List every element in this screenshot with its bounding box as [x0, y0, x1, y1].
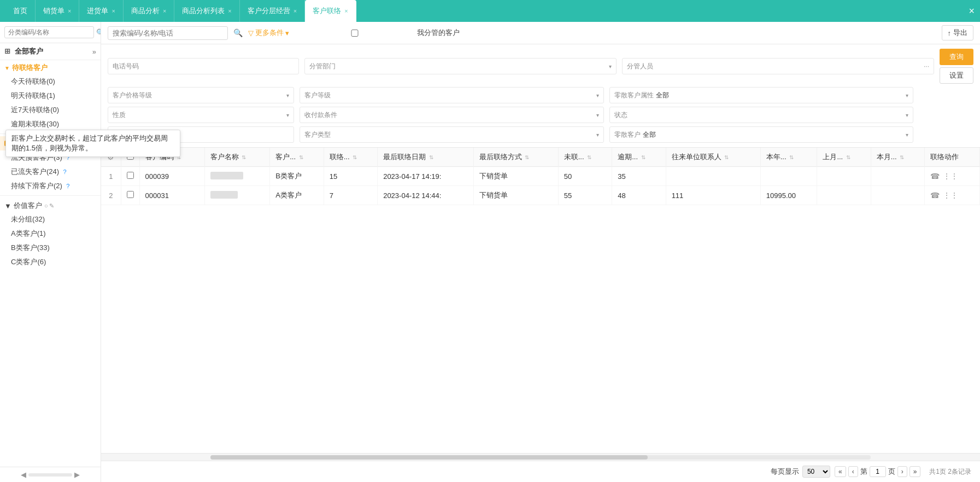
row-select-checkbox-2[interactable]: [127, 191, 134, 198]
col-header-last-contact-date[interactable]: 最后联络日期 ⇅: [378, 148, 473, 167]
collapse-sidebar-button[interactable]: »: [92, 48, 96, 56]
sidebar-item-ungroup[interactable]: 未分组(32): [0, 212, 101, 227]
sidebar-item-churned[interactable]: 已流失客户(24) ?: [0, 165, 101, 179]
next-page-button[interactable]: ›: [897, 466, 907, 477]
col-header-uncontacted[interactable]: 未联... ⇅: [558, 148, 612, 167]
close-purchase-tab[interactable]: ×: [112, 8, 115, 14]
sidebar-bottom-nav[interactable]: ◀ ▶: [0, 467, 101, 482]
settings-value-icon[interactable]: ✎: [49, 202, 54, 210]
row-level-1: B类客户: [270, 167, 324, 186]
close-sales-tab[interactable]: ×: [68, 8, 71, 14]
col-header-level[interactable]: 客户... ⇅: [270, 148, 324, 167]
last-page-button[interactable]: »: [909, 466, 921, 477]
adv-filter-row-4: ... 客户类型 ▾ 零散客户 全部 ▾: [108, 126, 973, 143]
per-page-select[interactable]: 20 50 100 200: [802, 466, 830, 478]
row-last-contact-date-2: 2023-04-12 14:44:: [378, 186, 473, 205]
sidebar-search-button[interactable]: 🔍: [96, 28, 101, 37]
declining-help-icon[interactable]: ?: [66, 183, 69, 189]
more-action-icon-2[interactable]: ⋮⋮: [943, 191, 958, 200]
table-row: 2 000031 A类客户: [101, 186, 980, 205]
col-header-name[interactable]: 客户名称 ⇅: [204, 148, 269, 167]
nav-tab-analysis[interactable]: 商品分析 ×: [124, 0, 174, 22]
status-field[interactable]: 状态 ▾: [609, 107, 913, 123]
sort-contact-count-icon: ⇅: [353, 154, 357, 160]
export-button[interactable]: ↑ 导出: [942, 25, 974, 40]
phone-action-icon-2[interactable]: ☎: [930, 191, 940, 200]
customer-level-field[interactable]: 客户等级 ▾: [300, 87, 603, 103]
sidebar-item-tomorrow-contact[interactable]: 明天待联络(1): [0, 89, 101, 103]
sort-last-month-icon: ⇅: [846, 154, 850, 160]
scatter-retail-attr-field[interactable]: 零散客户属性 全部 ▾: [609, 87, 913, 103]
nav-tab-sales[interactable]: 销货单 ×: [36, 0, 79, 22]
sort-last-contact-date-icon: ⇅: [429, 154, 433, 160]
table-header-row: ⚙ 客户编码 ⇅ 客户名称 ⇅: [101, 148, 980, 167]
main-layout: 🔍 ⊞ 全部客户 » ▼ 待联络客户 今天待联络(0) 明天待联络(1) 近7天…: [0, 22, 980, 482]
phone-field[interactable]: 电话号码: [108, 58, 299, 74]
horizontal-scrollbar[interactable]: [101, 453, 980, 461]
sidebar-value-customers-section[interactable]: ▼ 价值客户 ○ ✎: [0, 198, 101, 212]
branch-person-field[interactable]: 分管人员 ···: [622, 58, 934, 74]
edit-value-icon[interactable]: ○: [44, 202, 48, 209]
col-header-last-contact-method[interactable]: 最后联络方式 ⇅: [473, 148, 558, 167]
row-checkbox-2: [121, 186, 139, 205]
sidebar-item-c-customers[interactable]: C类客户(6): [0, 255, 101, 269]
row-num-1: 1: [101, 167, 121, 186]
nav-tab-analysis-list[interactable]: 商品分析列表 ×: [174, 0, 239, 22]
nav-tab-customer-layers[interactable]: 客户分层经营 ×: [240, 0, 305, 22]
nav-tab-purchase[interactable]: 进货单 ×: [79, 0, 123, 22]
my-customers-checkbox[interactable]: [295, 30, 415, 37]
right-arrow-icon: ▶: [74, 471, 80, 479]
query-button[interactable]: 查询: [940, 49, 973, 65]
more-conditions-button[interactable]: ▽ 更多条件 ▾: [248, 28, 289, 38]
settings-button[interactable]: 设置: [940, 67, 973, 84]
name-placeholder-1: [210, 172, 243, 179]
scrollbar-thumb[interactable]: [210, 455, 648, 460]
close-analysis-list-tab[interactable]: ×: [228, 8, 231, 14]
col-header-contact-count[interactable]: 联络... ⇅: [324, 148, 377, 167]
gender-field[interactable]: 性质 ▾: [108, 107, 294, 123]
col-header-overdue[interactable]: 逾期... ⇅: [612, 148, 666, 167]
nav-tab-customer-contact[interactable]: 客户联络 ×: [305, 0, 356, 22]
scatter-customer-field[interactable]: 零散客户 全部 ▾: [609, 126, 913, 143]
sidebar-search-input[interactable]: [4, 26, 94, 38]
row-code-2: 000031: [139, 186, 204, 205]
close-customer-contact-tab[interactable]: ×: [344, 8, 348, 14]
payment-terms-field[interactable]: 收付款条件 ▾: [300, 107, 603, 123]
customer-price-level-field[interactable]: 客户价格等级 ▾: [108, 87, 294, 103]
sidebar-item-declining[interactable]: 持续下滑客户(2) ?: [0, 179, 101, 193]
filter-search-button[interactable]: 🔍: [233, 28, 243, 37]
sidebar-item-a-customers[interactable]: A类客户(1): [0, 227, 101, 241]
row-contact-count-2: 7: [324, 186, 377, 205]
row-select-checkbox-1[interactable]: [127, 172, 134, 179]
window-close-button[interactable]: ×: [969, 5, 975, 17]
customer-type-field[interactable]: 客户类型 ▾: [300, 126, 603, 143]
col-header-this-year[interactable]: 本年... ⇅: [760, 148, 817, 167]
col-header-last-month[interactable]: 上月... ⇅: [817, 148, 871, 167]
phone-action-icon-1[interactable]: ☎: [930, 172, 940, 181]
sidebar-all-customers[interactable]: ⊞ 全部客户 »: [0, 43, 101, 60]
sidebar-item-b-customers[interactable]: B类客户(33): [0, 241, 101, 255]
row-this-month-2: [871, 186, 924, 205]
more-action-icon-1[interactable]: ⋮⋮: [943, 172, 958, 181]
sidebar-item-7day-contact[interactable]: 近7天待联络(0): [0, 103, 101, 117]
branch-dept-field[interactable]: 分管部门 ▾: [304, 58, 617, 74]
first-page-button[interactable]: «: [835, 466, 846, 477]
sidebar-scrollbar[interactable]: [28, 473, 72, 477]
page-navigation: « ‹ 第 页 › »: [835, 466, 920, 477]
page-number-input[interactable]: [870, 466, 886, 477]
action-icons-2: ☎ ⋮⋮: [930, 191, 974, 200]
sidebar: 🔍 ⊞ 全部客户 » ▼ 待联络客户 今天待联络(0) 明天待联络(1) 近7天…: [0, 22, 101, 482]
churned-help-icon[interactable]: ?: [63, 169, 66, 175]
col-header-partner-contact[interactable]: 往来单位联系人 ⇅: [666, 148, 760, 167]
close-customer-layers-tab[interactable]: ×: [294, 8, 297, 14]
prev-page-button[interactable]: ‹: [848, 466, 858, 477]
branch-person-dots[interactable]: ···: [924, 62, 929, 70]
search-input[interactable]: [108, 26, 228, 40]
sidebar-item-today-contact[interactable]: 今天待联络(0): [0, 74, 101, 89]
sort-name-icon: ⇅: [242, 154, 246, 160]
filter-bar: 🔍 ▽ 更多条件 ▾ 我分管的客户 ↑ 导出: [101, 22, 980, 44]
nav-tab-home[interactable]: 首页: [5, 0, 36, 22]
sidebar-pending-contact-title[interactable]: ▼ 待联络客户: [0, 60, 101, 74]
col-header-this-month[interactable]: 本月... ⇅: [871, 148, 924, 167]
close-analysis-tab[interactable]: ×: [163, 8, 166, 14]
